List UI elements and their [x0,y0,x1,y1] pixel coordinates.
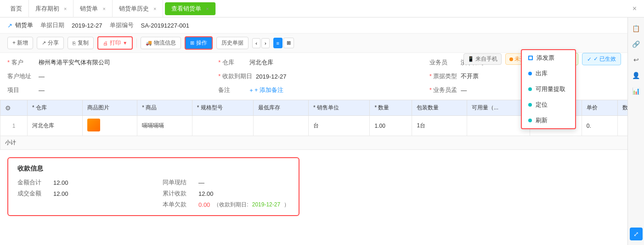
tab-sales-history[interactable]: 销货单历史 × [113,0,163,17]
project-label: 项目 [7,86,35,94]
prev-button[interactable]: ‹ [252,38,260,48]
effect-status-button[interactable]: ✓ ✓ 已生效 [582,53,621,65]
gear-icon[interactable]: ⚙ [5,104,11,112]
new-button[interactable]: + 新增 [7,37,33,49]
row-unit: 台 [308,116,370,136]
cumulative-value: 12.00 [198,190,214,197]
share-button[interactable]: ↗ 分享 [37,37,64,49]
warehouse-label: 仓库 [218,58,246,67]
row-min-stock [254,116,309,136]
dot-icon [528,72,532,75]
subtotal-label: 小计 [0,136,644,150]
warehouse-value: 河北仓库 [249,58,273,67]
deal-label: 成交金额 [17,189,50,198]
form-title: ↗ 销货单 [7,21,33,29]
toolbar-separator-1 [136,39,137,48]
owed-note: （收款到期日: [214,201,248,209]
sidebar-return-icon[interactable]: ↩ [630,53,643,66]
col-min-stock: 最低库存 [254,100,309,116]
address-value: — [39,73,45,80]
form-icon: ↗ [7,22,12,29]
note-row: 备注 + + 添加备注 [218,84,425,96]
plus-icon: + [249,87,253,94]
deal-value: 12.00 [53,190,68,197]
print-button[interactable]: 🖨 打印 ▼ [97,36,133,50]
dot-icon-4 [528,119,532,122]
settlement-row: 同单现结 — [163,178,289,187]
main-content: ↗ 销货单 单据日期 2019-12-27 单据编号 SA-20191227-0… [0,17,644,245]
customer-value: 柳州粤港平安气体有限公司 [39,58,110,67]
square-icon [528,56,533,60]
ticket-label: 票据类型 [429,72,458,80]
sidebar-chart-icon[interactable]: 📊 [630,85,643,97]
due-date-label: 收款到期日 [218,72,252,80]
logistics-button[interactable]: 🚚 物流信息 [141,37,181,49]
due-date-value: 2019-12-27 [256,73,287,80]
col-warehouse: * 仓库 [27,100,82,116]
amount-row: 金额合计 12.00 [17,178,144,187]
deal-row: 成交金额 12.00 [17,189,144,198]
col-unit: * 销售单位 [308,100,370,116]
cumulative-row: 累计收款 12.00 [163,189,289,198]
operation-dropdown: 添发票 出库 可用量提取 定位 刷新 [521,49,576,129]
dropdown-locate[interactable]: 定位 [522,97,575,113]
note-label: 备注 [218,86,246,94]
add-note-button[interactable]: + + 添加备注 [249,86,283,94]
number-label: 单据编号 [110,21,134,29]
staff2-label: 业务员孟 [429,86,458,94]
payment-section: 收款信息 金额合计 12.00 同单现结 — 成交金额 12.00 [0,150,644,223]
list-view-button[interactable]: ≡ [273,38,282,48]
col-spec: * 规格型号 [192,100,254,116]
copy-button[interactable]: ⎘ 复制 [68,37,94,49]
project-value: — [39,87,45,94]
tab-view-order-close[interactable]: × [206,6,209,11]
operation-button[interactable]: ⊞ 操作 [185,36,213,50]
project-row: 项目 — [7,84,215,96]
next-button[interactable]: › [261,38,270,48]
sidebar-expand-icon[interactable]: ⤢ [630,228,643,240]
col-gear: ⚙ [0,100,28,116]
settlement-value: — [198,179,204,186]
amount-value: 12.00 [53,179,68,186]
sidebar-user-icon[interactable]: 👤 [630,69,643,82]
sidebar-link-icon[interactable]: 🔗 [630,38,643,51]
row-num: 1 [0,116,28,136]
sidebar-doc-icon[interactable]: 📋 [630,22,643,35]
dropdown-add-invoice[interactable]: 添发票 [522,50,575,66]
date-value: 2019-12-27 [72,22,102,29]
tab-inventory-init-close[interactable]: × [64,6,67,11]
row-available [467,116,530,136]
history-button[interactable]: 历史单据 [216,37,249,49]
due-date-row: 收款到期日 2019-12-27 [218,70,425,82]
col-available: 可用量（... [467,100,530,116]
dropdown-outbound[interactable]: 出库 [522,66,575,81]
view-toggle: ≡ ⊞ [273,38,294,48]
tab-home[interactable]: 首页 [4,0,29,17]
col-img: 商品图片 [82,100,137,116]
row-qty: 1.00 [370,116,412,136]
number-value: SA-20191227-001 [141,22,190,29]
owed-date: 2019-12-27 [252,201,280,208]
address-row: 客户地址 — [7,70,215,82]
owed-row: 本单欠款 0.00 （收款到期日: 2019-12-27 ） [163,200,289,209]
dropdown-refresh[interactable]: 刷新 [522,113,575,128]
date-label: 单据日期 [40,21,64,29]
tab-sales-order[interactable]: 销货单 × [73,0,112,17]
staff-label: 业务员 [429,58,457,67]
window-close-button[interactable]: × [629,5,640,13]
row-pack: 1台 [412,116,467,136]
tab-sales-order-close[interactable]: × [102,6,105,11]
right-sidebar: 📋 🔗 ↩ 👤 📊 ⤢ [627,17,644,245]
tab-view-order[interactable]: 查看销货单 × [165,2,215,15]
col-product: * 商品 [137,100,192,116]
tab-inventory-init[interactable]: 库存期初 × [29,0,73,17]
product-image [87,119,100,131]
phone-button[interactable]: 📱 来自手机 [463,53,502,65]
address-label: 客户地址 [7,72,35,80]
dropdown-available-qty[interactable]: 可用量提取 [522,81,575,97]
row-price: 0. [582,116,617,136]
tab-bar: 首页 库存期初 × 销货单 × 销货单历史 × 查看销货单 × × [0,0,644,17]
grid-view-button[interactable]: ⊞ [283,38,294,48]
col-qty: * 数量 [370,100,412,116]
tab-sales-history-close[interactable]: × [153,6,156,11]
